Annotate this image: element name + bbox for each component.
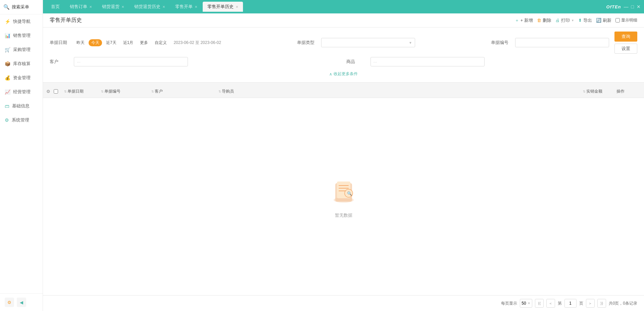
close-sales-return-history-icon[interactable]: ✕ [162,5,165,9]
page-size-select[interactable]: 50 ▼ [520,299,532,308]
top-nav: 首页 销售订单 ✕ 销货退货 ✕ 销货退货历史 ✕ 零售开单 ✕ 零售开单历史 … [43,0,644,13]
close-sales-return-icon[interactable]: ✕ [121,5,124,9]
export-button[interactable]: ⬆ 导出 [578,17,592,23]
sidebar-item-jingying[interactable]: 📈 经营管理 [0,85,43,99]
table-area: ⚙ ⇅ 单据日期 ⇅ 单据编号 ⇅ 客户 ⇅ 导购员 [43,85,644,311]
add-label: + 新增 [521,17,533,23]
search-bill-label: 搜索采单 [12,4,29,10]
tab-sales-return-history[interactable]: 销货退货历史 ✕ [130,2,170,12]
sidebar-item-label: 资金管理 [13,75,31,81]
display-detail-label: 显示明细 [621,17,637,23]
first-page-button[interactable]: ⟨⟨ [535,299,544,308]
col-header-customer: ⇅ 客户 [149,89,216,94]
select-all-checkbox[interactable] [54,89,58,94]
setting-button[interactable]: 设置 [614,44,637,54]
sidebar-item-zijin[interactable]: 💰 资金管理 [0,71,43,85]
customer-filter-input[interactable]: ··· [74,57,188,66]
print-label: 打印 [561,17,570,23]
gear-bottom-icon: ⚙ [7,300,11,305]
number-filter-input[interactable] [515,38,609,47]
search-bill[interactable]: 🔍 搜索采单 [0,0,43,14]
tab-retail-history-label: 零售开单历史 [207,4,234,10]
print-button[interactable]: 🖨 打印 ▼ [555,17,574,23]
tab-sales-order[interactable]: 销售订单 ✕ [65,2,97,12]
close-retail-history-icon[interactable]: ✕ [236,5,238,9]
type-filter-label: 单据类型 [297,40,316,46]
column-settings-icon[interactable]: ⚙ [46,89,50,94]
col-amount-sort-icon[interactable]: ⇅ [583,90,586,93]
settings-button[interactable]: ⚙ [5,298,14,307]
type-select[interactable]: ▼ [321,38,415,47]
date-range-display: 2023-06-02 至 2023-06-02 [174,40,221,46]
sidebar-item-label: 系统管理 [12,117,29,123]
delete-button[interactable]: 🗑 删除 [537,17,551,23]
sidebar-item-jichu[interactable]: 🗃 基础信息 [0,99,43,113]
date-btn-today[interactable]: 今天 [89,39,102,46]
total-info: 共0页，0条记录 [609,301,637,306]
maximize-icon[interactable]: □ [631,4,634,9]
collapse-more-button[interactable]: ∧ 收起更多条件 [50,70,637,78]
date-btn-7days[interactable]: 近7天 [103,39,119,46]
filter-action-buttons: 查询 设置 [614,32,637,54]
col-no-sort-icon[interactable]: ⇅ [101,90,104,93]
refresh-icon: 🔄 [596,18,601,23]
date-filter-label: 单据日期 [50,40,68,46]
tab-sales-return-history-label: 销货退货历史 [134,4,160,10]
tab-sales-return[interactable]: 销货退货 ✕ [97,2,129,12]
display-detail-checkbox[interactable]: 显示明细 [615,17,637,23]
delete-label: 删除 [543,17,551,23]
col-date-label: 单据日期 [67,89,84,94]
page-title: 零售开单历史 [50,17,82,24]
next-page-button[interactable]: ＞ [586,299,595,308]
query-button[interactable]: 查询 [614,32,637,42]
goods-filter-input[interactable]: ··· [370,57,485,66]
cart-icon: 🛒 [5,47,10,52]
filter-area: 单据日期 昨天 今天 近7天 近1月 更多 自定义 2023-06-02 至 2… [43,28,644,83]
col-action-label: 操作 [616,89,625,94]
minimize-icon[interactable]: — [624,4,629,9]
filter-row-1: 单据日期 昨天 今天 近7天 近1月 更多 自定义 2023-06-02 至 2… [50,32,637,54]
date-btn-1month[interactable]: 近1月 [120,39,136,46]
last-page-button[interactable]: ⟩⟩ [597,299,606,308]
col-guide-sort-icon[interactable]: ⇅ [218,90,221,93]
refresh-button[interactable]: 🔄 刷新 [596,17,611,23]
sidebar-item-kucun[interactable]: 📦 库存核算 [0,57,43,71]
last-page-icon: ⟩⟩ [600,301,603,306]
gear-menu-icon: ⚙ [5,117,9,123]
tab-sales-return-label: 销货退货 [102,4,119,10]
sidebar: 🔍 搜索采单 ⚡ 快捷导航 📊 销售管理 🛒 采购管理 📦 库存核算 💰 资金管… [0,0,43,311]
date-btn-more[interactable]: 更多 [137,39,151,46]
sidebar-item-kuaijie[interactable]: ⚡ 快捷导航 [0,14,43,29]
collapse-sidebar-button[interactable]: ◀ [17,298,26,307]
close-window-icon[interactable]: ✕ [637,4,641,9]
sidebar-bottom: ⚙ ◀ [0,293,43,311]
toolbar-actions: ＋ + 新增 🗑 删除 🖨 打印 ▼ ⬆ 导出 🔄 [515,17,637,23]
col-header-date: ⇅ 单据日期 [61,89,98,94]
page-number-input[interactable] [564,299,577,308]
toolbar: 零售开单历史 ＋ + 新增 🗑 删除 🖨 打印 ▼ ⬆ 导出 [43,13,644,28]
print-arrow-icon: ▼ [571,19,574,22]
close-sales-order-icon[interactable]: ✕ [89,5,92,9]
date-btn-yesterday[interactable]: 昨天 [74,39,87,46]
tab-retail-history[interactable]: 零售开单历史 ✕ [203,2,243,12]
tab-home[interactable]: 首页 [46,2,64,12]
col-customer-sort-icon[interactable]: ⇅ [151,90,154,93]
type-select-arrow-icon: ▼ [409,41,412,45]
prev-page-button[interactable]: ＜ [546,299,555,308]
tab-retail-open[interactable]: 零售开单 ✕ [170,2,202,12]
print-icon: 🖨 [555,18,560,23]
add-button[interactable]: ＋ + 新增 [515,17,533,23]
col-date-sort-icon[interactable]: ⇅ [64,90,67,93]
col-header-guide: ⇅ 导购员 [216,89,249,94]
main-content: 首页 销售订单 ✕ 销货退货 ✕ 销货退货历史 ✕ 零售开单 ✕ 零售开单历史 … [43,0,644,311]
sidebar-menu: ⚡ 快捷导航 📊 销售管理 🛒 采购管理 📦 库存核算 💰 资金管理 📈 经营管… [0,14,43,293]
sidebar-item-caigou[interactable]: 🛒 采购管理 [0,43,43,57]
display-detail-input[interactable] [615,18,620,22]
sidebar-item-xiaoshou[interactable]: 📊 销售管理 [0,29,43,43]
date-btn-custom[interactable]: 自定义 [152,39,169,46]
page-suffix: 页 [579,301,583,306]
sidebar-item-xitong[interactable]: ⚙ 系统管理 [0,113,43,127]
goods-placeholder: ··· [374,59,377,64]
close-retail-open-icon[interactable]: ✕ [195,5,197,9]
page-label: 第 [558,301,562,306]
